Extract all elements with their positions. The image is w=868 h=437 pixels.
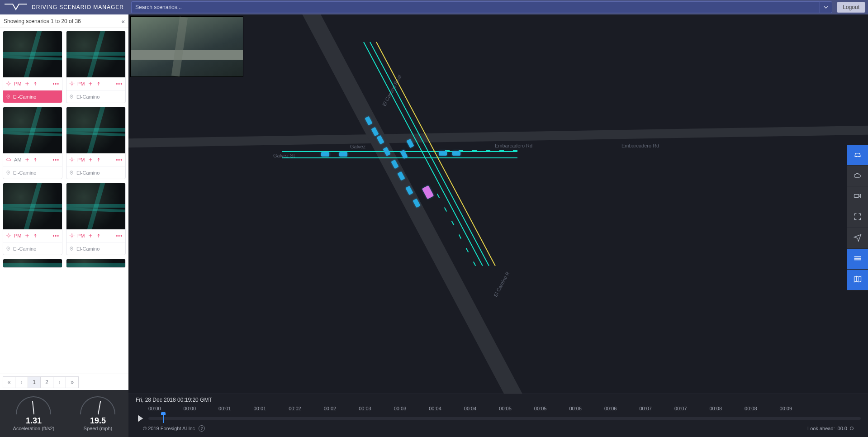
time-of-day: PM xyxy=(14,233,22,238)
scene-viewport[interactable]: Galvez St Galvez Embarcadero Rd Embarcad… xyxy=(128,14,868,394)
page-first-button[interactable]: « xyxy=(3,376,15,388)
add-icon[interactable] xyxy=(88,233,93,238)
location-name: El-Camino xyxy=(13,94,36,100)
export-icon[interactable] xyxy=(96,233,101,238)
timeline-slider[interactable] xyxy=(148,417,861,420)
export-icon[interactable] xyxy=(96,81,101,86)
app-title: DRIVING SCENARIO MANAGER xyxy=(32,4,124,10)
page-1-button[interactable]: 1 xyxy=(28,376,41,388)
location-name: El-Camino xyxy=(76,94,100,100)
more-button[interactable]: ••• xyxy=(52,157,59,162)
export-icon[interactable] xyxy=(33,81,38,86)
timeline-tick: 00:04 xyxy=(464,406,477,411)
pip-aerial-view[interactable] xyxy=(130,16,243,77)
svg-point-5 xyxy=(8,95,9,96)
add-icon[interactable] xyxy=(24,157,30,162)
scenario-card[interactable]: PM•••El-Camino xyxy=(3,183,62,255)
more-button[interactable]: ••• xyxy=(52,233,59,238)
scenario-thumbnail xyxy=(3,31,62,77)
scenario-card[interactable]: PM•••El-Camino xyxy=(66,107,126,179)
svg-point-0 xyxy=(8,83,10,85)
scenario-card[interactable] xyxy=(3,259,62,268)
locate-tool-button[interactable] xyxy=(847,228,868,249)
page-2-button[interactable]: 2 xyxy=(41,376,53,388)
telemetry-panel: 1.31 Acceleration (ft/s2) 19.5 Speed (mp… xyxy=(0,390,128,437)
add-icon[interactable] xyxy=(88,81,93,86)
export-icon[interactable] xyxy=(33,233,38,238)
svg-point-13 xyxy=(71,159,73,161)
play-button[interactable] xyxy=(136,414,145,423)
add-icon[interactable] xyxy=(24,81,30,86)
scenario-location: El-Camino xyxy=(3,242,62,255)
brand: DRIVING SCENARIO MANAGER xyxy=(3,3,131,11)
weather-icon xyxy=(69,81,75,86)
sidebar-collapse-button[interactable]: « xyxy=(121,18,125,25)
road-label: Embarcadero Rd xyxy=(495,143,532,148)
scenario-card[interactable]: PM•••El-Camino xyxy=(3,31,62,103)
scenario-card[interactable]: PM•••El-Camino xyxy=(66,31,126,103)
more-button[interactable]: ••• xyxy=(52,81,59,86)
info-icon[interactable]: ? xyxy=(199,425,205,432)
more-button[interactable]: ••• xyxy=(116,81,123,86)
add-icon[interactable] xyxy=(24,233,30,238)
look-ahead: Look ahead: 00.0 xyxy=(807,426,854,431)
vehicle xyxy=(452,151,460,156)
page-prev-button[interactable]: ‹ xyxy=(15,376,28,388)
page-next-button[interactable]: › xyxy=(53,376,66,388)
scenario-list[interactable]: PM•••El-CaminoPM•••El-CaminoAM•••El-Cami… xyxy=(0,28,128,374)
timeline-tick: 00:07 xyxy=(639,406,652,411)
speed-gauge: 19.5 Speed (mph) xyxy=(80,396,115,431)
timeline-tick: 00:03 xyxy=(394,406,407,411)
map-tool-button[interactable] xyxy=(847,270,868,290)
scenario-thumbnail xyxy=(66,31,125,77)
scenario-thumbnail xyxy=(3,107,62,153)
car-tool-button[interactable] xyxy=(847,145,868,166)
logout-button[interactable]: Logout xyxy=(837,2,865,13)
add-icon[interactable] xyxy=(88,157,93,162)
layers-tool-button[interactable] xyxy=(847,249,868,270)
scenario-card[interactable] xyxy=(66,259,126,268)
scenario-meta: PM••• xyxy=(66,229,125,242)
export-icon[interactable] xyxy=(96,157,101,162)
search-dropdown-button[interactable] xyxy=(820,1,832,13)
svg-point-24 xyxy=(8,247,9,248)
weather-icon xyxy=(69,233,75,238)
timeline-tick: 00:04 xyxy=(429,406,441,411)
scenario-thumbnail xyxy=(66,107,125,153)
weather-icon xyxy=(6,233,11,238)
cloud-tool-button[interactable] xyxy=(847,166,868,186)
pin-icon xyxy=(69,246,75,252)
timeline-tick: 00:00 xyxy=(148,406,161,411)
vehicle xyxy=(439,151,447,156)
timeline-handle[interactable] xyxy=(163,414,164,423)
scenario-meta: PM••• xyxy=(66,77,125,90)
scenario-card[interactable]: AM•••El-Camino xyxy=(3,107,62,179)
road-label: El Camino R xyxy=(493,271,511,298)
timeline-tick: 00:08 xyxy=(710,406,722,411)
ego-vehicle xyxy=(422,185,434,199)
locate-icon xyxy=(853,233,862,244)
page-last-button[interactable]: » xyxy=(66,376,79,388)
vehicle xyxy=(339,152,347,157)
svg-point-19 xyxy=(8,235,10,237)
weather-icon xyxy=(6,157,11,162)
more-button[interactable]: ••• xyxy=(116,233,123,238)
right-tool-rail xyxy=(847,145,868,290)
pin-icon xyxy=(6,170,11,176)
pin-icon xyxy=(69,170,75,176)
export-icon[interactable] xyxy=(33,157,38,162)
more-button[interactable]: ••• xyxy=(116,157,123,162)
svg-point-6 xyxy=(71,83,73,85)
svg-point-32 xyxy=(859,156,860,157)
chevron-down-icon xyxy=(824,3,828,11)
camera-tool-button[interactable] xyxy=(847,186,868,207)
accel-value: 1.31 xyxy=(13,416,55,426)
search-input[interactable] xyxy=(131,1,820,13)
scenario-card[interactable]: PM•••El-Camino xyxy=(66,183,126,255)
timeline-tick: 00:06 xyxy=(569,406,582,411)
scenario-meta: PM••• xyxy=(3,77,62,90)
pagination: « ‹ 1 2 › » xyxy=(0,374,128,390)
location-name: El-Camino xyxy=(13,170,36,176)
fullscreen-tool-button[interactable] xyxy=(847,207,868,228)
scenario-location: El-Camino xyxy=(66,90,125,103)
